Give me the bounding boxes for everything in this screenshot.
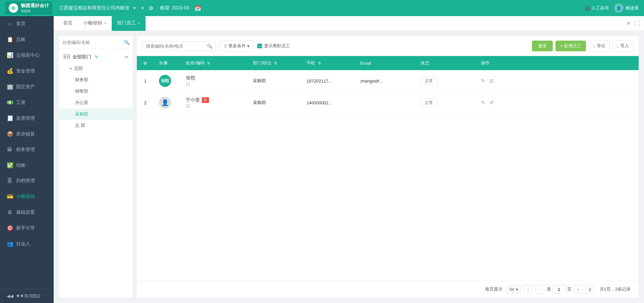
settings-icon[interactable]: ⚙ — [149, 5, 153, 11]
row2-edit-icon[interactable]: ✎ — [481, 100, 485, 106]
page-number-input[interactable] — [552, 285, 566, 294]
next-page-button[interactable]: › — [574, 285, 583, 294]
calendar-icon[interactable]: 📅 — [195, 5, 201, 11]
row1-phone: 187202117... — [301, 70, 355, 92]
import-button[interactable]: ↓ 导入 — [612, 40, 634, 52]
row2-refresh-icon[interactable]: ↺ — [489, 100, 494, 106]
sidebar-item-invoice[interactable]: 🧾 发票管理 — [0, 110, 54, 126]
prev-page-button[interactable]: ‹ — [535, 285, 544, 294]
settings-icon: ⚙ — [7, 209, 13, 215]
col-settings[interactable]: ⚙ — [137, 56, 154, 70]
inventory-icon: 📦 — [7, 131, 13, 137]
row2-avatar: 👤 — [154, 92, 180, 114]
app-logo[interactable]: 会 畅捷通好会计 旗舰版 — [5, 1, 52, 15]
employee-search-icon[interactable]: 🔍 — [207, 44, 212, 49]
dept-sort-icon[interactable]: ⇅ — [274, 61, 277, 65]
sidebar-item-more[interactable]: 👥 社会人 — [0, 236, 54, 252]
sidebar-item-tax[interactable]: 🏛 税务管理 — [0, 142, 54, 157]
app-name: 畅捷通好会计 — [21, 3, 49, 9]
avatar: 👤 — [159, 97, 171, 109]
dept-item-general[interactable]: 总 部 — [59, 120, 133, 131]
dept-root[interactable]: ⠿⠿ 全部部门 ✎ ≫ — [59, 51, 133, 63]
sidebar-item-expense[interactable]: 💳 小畅报销 — [0, 189, 54, 204]
table-row: 1 张熙 张熙 — [137, 70, 639, 92]
phone-sort-icon[interactable]: ⇅ — [318, 61, 321, 65]
expand-tab-icon[interactable]: ⛶ — [635, 20, 640, 27]
col-avatar: 头像 — [154, 56, 180, 70]
row1-logout-icon[interactable]: ⊟ — [489, 78, 494, 84]
col-email: Email — [355, 56, 415, 70]
close-employee-tab[interactable]: × — [138, 21, 140, 26]
row2-dept: 采购部 — [248, 92, 301, 114]
employee-search-input[interactable] — [146, 44, 205, 49]
row1-num: 1 — [137, 70, 154, 92]
sidebar-item-ledger[interactable]: 📋 总账 — [0, 32, 54, 47]
sidebar-item-salary[interactable]: 💵 工资 — [0, 95, 54, 110]
dept-edit-icon[interactable]: ✎ — [95, 54, 99, 60]
pending-badge: 应 — [202, 97, 209, 103]
tab-expense[interactable]: 小畅报销 × — [78, 16, 112, 31]
company-name: 江西服宝精品有限责任公司内账张 — [59, 5, 129, 11]
show-resigned-toggle[interactable]: ✓ 显示离职员工 — [257, 43, 290, 49]
page-size-dropdown-icon: ▾ — [516, 287, 518, 292]
avatar: 👤 — [614, 3, 624, 13]
sidebar-item-settings[interactable]: ⚙ 基础设置 — [0, 204, 54, 220]
dept-collapse-icon[interactable]: ≫ — [124, 55, 129, 59]
export-icon: ↑ — [593, 44, 595, 49]
export-button[interactable]: ↑ 导出 — [589, 40, 610, 52]
sidebar-item-reports[interactable]: 📊 云报表中心 — [0, 47, 54, 63]
sidebar-item-settle[interactable]: ✅ 结账 — [0, 157, 54, 173]
dept-search: 🔍 — [59, 36, 133, 49]
dept-item-headquarters[interactable]: ▾ 总部 — [59, 63, 133, 74]
sidebar-item-home[interactable]: ⌂ 首页 — [0, 16, 54, 32]
app-edition: 旗舰版 — [21, 9, 49, 13]
dept-item-finance[interactable]: 财务部 — [59, 74, 133, 86]
page-input: 第 页 — [547, 285, 572, 294]
sidebar-item-funds[interactable]: 💰 资金管理 — [0, 63, 54, 79]
row1-actions: ✎ ⊟ — [476, 70, 639, 92]
first-page-button[interactable]: ⟪ — [524, 285, 533, 294]
close-expense-tab[interactable]: × — [104, 21, 106, 26]
user-menu[interactable]: 👤 畅捷通 — [614, 3, 639, 13]
sidebar-item-archive[interactable]: 🗄 归档管理 — [0, 173, 54, 189]
sidebar-item-inventory[interactable]: 📦 库存核算 — [0, 126, 54, 142]
row2-status: 正常 — [415, 92, 476, 114]
total-records: 共1页，2条记录 — [600, 286, 631, 292]
resigned-checkbox[interactable]: ✓ — [257, 44, 262, 48]
col-phone[interactable]: 手机 ⇅ — [301, 56, 355, 70]
dept-item-purchase[interactable]: 采购部 — [59, 108, 133, 120]
page-content: 🔍 ⠿⠿ 全部部门 ✎ ≫ ▾ 总部 — [54, 31, 644, 303]
col-name[interactable]: 姓名/编码 ⇅ — [180, 56, 248, 70]
dept-search-input[interactable] — [62, 40, 122, 45]
tab-employee[interactable]: 部门员工 × — [112, 16, 146, 31]
page-size-select[interactable]: 50 ▾ — [506, 286, 521, 293]
last-page-button[interactable]: ⟫ — [586, 285, 594, 294]
invite-button[interactable]: 邀请 — [532, 41, 553, 51]
sidebar-item-guide[interactable]: 🎯 新手引导 — [0, 220, 54, 236]
logo-icon: 会 — [9, 3, 18, 13]
dept-item-office[interactable]: 办公室 — [59, 97, 133, 108]
row2-phone: 140000002... — [301, 92, 355, 114]
close-tab-icon[interactable]: ✕ — [626, 20, 631, 27]
dept-search-icon[interactable]: 🔍 — [124, 40, 129, 45]
add-company-button[interactable]: + — [141, 5, 145, 12]
dept-item-sales[interactable]: 销售部 — [59, 86, 133, 97]
service-button[interactable]: 🎧 人工咨询 — [585, 5, 609, 11]
dept-panel: 🔍 ⠿⠿ 全部部门 ✎ ≫ ▾ 总部 — [59, 36, 133, 298]
employee-table: ⚙ 头像 姓名/编码 ⇅ 部门/职位 ⇅ — [137, 56, 639, 281]
unpin-icon: ◀◀ — [7, 294, 13, 299]
name-sort-icon[interactable]: ⇅ — [207, 61, 210, 65]
col-dept[interactable]: 部门/职位 ⇅ — [248, 56, 301, 70]
filter-button[interactable]: ▽ 更多条件 ▾ — [219, 41, 254, 51]
company-dropdown-icon[interactable]: ▾ — [133, 6, 136, 10]
unpin-button[interactable]: ◀◀ ◀◀ 取消固定 — [0, 289, 54, 303]
content-area: 首页 小畅报销 × 部门员工 × ✕ ⛶ 🔍 — [54, 16, 644, 303]
status-badge: 正常 — [421, 99, 437, 107]
guide-icon: 🎯 — [7, 225, 13, 231]
reports-icon: 📊 — [7, 52, 13, 58]
sidebar-item-assets[interactable]: 🏢 固定资产 — [0, 79, 54, 95]
filter-dropdown-icon: ▾ — [247, 44, 250, 49]
tab-home[interactable]: 首页 — [58, 16, 78, 31]
row1-edit-icon[interactable]: ✎ — [481, 78, 485, 84]
add-employee-button[interactable]: + 新增员工 — [555, 41, 586, 51]
